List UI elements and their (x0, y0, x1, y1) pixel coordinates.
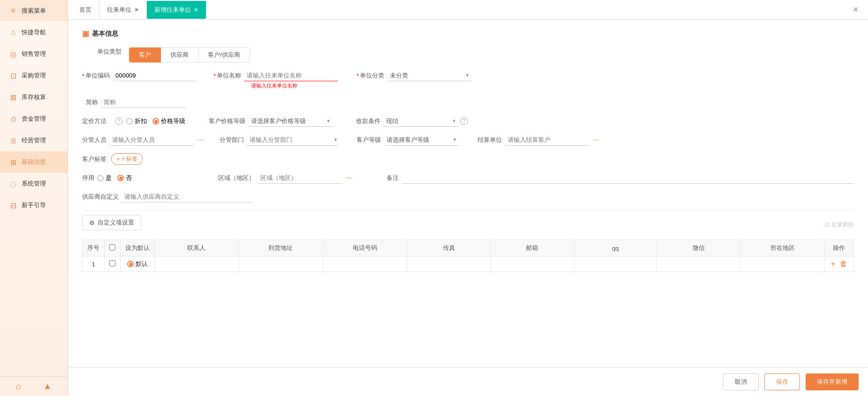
table-header-row: 序号 设为默认 联系人 到货地址 电话号码 传真 邮箱 qq 微信 所在地区 操… (83, 240, 854, 256)
cell-phone[interactable] (323, 256, 407, 272)
sidebar: ≡ 搜索菜单 ⌂ 快捷导航 ◎ 销售管理 ⊡ 采购管理 ⊠ 库存核算 ⊙ 资金管… (0, 0, 68, 396)
close-all-tabs[interactable]: ✕ (847, 5, 864, 14)
department-field: 分管部门 ▼ (220, 134, 338, 146)
manager-more-btn[interactable]: ··· (196, 136, 206, 144)
col-qq: qq (574, 240, 657, 256)
sidebar-item-quick-nav[interactable]: ⌂ 快捷导航 (0, 22, 68, 43)
col-email: 邮箱 (490, 240, 574, 256)
tab-new-partner[interactable]: 新增往来单位 ✕ (147, 1, 206, 19)
col-location: 所在地区 (740, 240, 825, 256)
row-tags: 客户标签 + + 标签 (82, 153, 854, 165)
cell-actions: + 🗑 (824, 256, 853, 272)
type-btn-supplier[interactable]: 供应商 (161, 47, 198, 62)
cell-qq[interactable] (574, 256, 657, 272)
short-name-label: 简称 (86, 98, 98, 107)
cancel-button[interactable]: 取消 (723, 373, 759, 390)
remarks-label: 备注 (387, 174, 399, 182)
payment-terms-select[interactable]: 现结 (383, 116, 458, 126)
batch-delete-icon: ⊡ (825, 221, 830, 228)
cell-address[interactable] (238, 256, 323, 272)
cell-seq: 1 (83, 256, 105, 272)
save-button[interactable]: 保存 (764, 373, 800, 390)
radio-discount[interactable]: 折扣 (126, 117, 147, 125)
settlement-more-btn[interactable]: ··· (591, 136, 601, 144)
save-new-button[interactable]: 保存并新增 (806, 373, 859, 390)
unit-code-label: 单位编码 (85, 71, 110, 80)
home-icon: ⌂ (8, 28, 18, 37)
tags-label: 客户标签 (82, 155, 107, 163)
unit-code-input[interactable] (113, 70, 197, 81)
radio-yes[interactable]: 是 (97, 174, 112, 182)
sidebar-bottom-icon2[interactable]: ▲ (43, 381, 52, 391)
manager-input[interactable] (109, 134, 194, 146)
add-tag-btn[interactable]: + + 标签 (111, 153, 143, 165)
region-more-btn[interactable]: ··· (344, 174, 354, 182)
payment-terms-field: 收款条件 现结 ▼ ? (356, 116, 468, 127)
default-radio[interactable]: 默认 (125, 260, 150, 268)
system-icon: ◌ (8, 179, 18, 188)
customer-level-select[interactable]: 请选择客户等级 (384, 134, 459, 145)
type-btn-customer[interactable]: 客户 (129, 47, 161, 62)
section-title: 基本信息 (92, 30, 118, 38)
sidebar-item-search[interactable]: ≡ 搜索菜单 (0, 0, 68, 22)
batch-delete[interactable]: ⊡ 批量删除 (825, 221, 854, 229)
col-seq: 序号 (83, 240, 105, 256)
customer-price-level-select[interactable]: 请选择客户价格等级 (248, 116, 333, 126)
customer-level-label: 客户等级 (357, 136, 381, 144)
section-icon: ▣ (82, 29, 89, 38)
col-wechat: 微信 (657, 240, 740, 256)
sidebar-item-operations[interactable]: ≣ 经营管理 (0, 130, 68, 151)
finance-icon: ⊙ (8, 114, 18, 124)
unit-category-field: * 单位分类 未分类 ▼ (357, 70, 472, 81)
radio-price-level[interactable]: 价格等级 (152, 117, 185, 125)
select-all-checkbox[interactable] (109, 244, 115, 250)
col-fax: 传真 (407, 240, 491, 256)
sidebar-bottom-icon1[interactable]: ⌂ (16, 381, 21, 391)
row-disabled: 停用 是 否 区域（地区） ··· (82, 172, 854, 184)
radio-no[interactable]: 否 (117, 174, 132, 182)
sidebar-item-base-info[interactable]: ⊞ 基础信息 (0, 151, 68, 173)
remarks-field: 备注 (387, 172, 854, 184)
department-label: 分管部门 (220, 136, 244, 144)
sidebar-item-inventory[interactable]: ⊠ 库存核算 (0, 86, 68, 108)
col-action: 操作 (824, 240, 853, 256)
close-partner-list-tab[interactable]: ✕ (134, 7, 139, 13)
cell-default: 默认 (121, 256, 155, 272)
cell-email[interactable] (490, 256, 574, 272)
add-row-btn[interactable]: + (830, 260, 837, 268)
pricing-method-help[interactable]: ? (115, 117, 122, 125)
cell-wechat[interactable] (657, 256, 740, 272)
sidebar-item-purchase[interactable]: ⊡ 采购管理 (0, 65, 68, 86)
payment-terms-help[interactable]: ? (460, 117, 468, 125)
section-header: ▣ 基本信息 (82, 29, 854, 38)
region-input[interactable] (258, 172, 342, 184)
cell-fax[interactable] (407, 256, 491, 272)
sidebar-item-system[interactable]: ◌ 系统管理 (0, 173, 68, 194)
custom-settings-btn[interactable]: ⚙ 自定义项设置 (82, 215, 141, 230)
sidebar-item-guide[interactable]: ⊟ 新手引导 (0, 194, 68, 216)
main-area: 首页 往来单位 ✕ 新增往来单位 ✕ ✕ ▣ 基本信息 单位类型 客户 供应商 … (68, 0, 868, 396)
cell-checkbox (105, 256, 121, 272)
supplier-custom-input[interactable] (122, 191, 253, 202)
col-contact: 联系人 (155, 240, 239, 256)
row-supplier-custom: 供应商自定义 (82, 191, 854, 202)
type-btn-both[interactable]: 客户/供应商 (198, 47, 250, 62)
row-checkbox[interactable] (109, 260, 115, 266)
settlement-unit-input[interactable] (505, 134, 589, 146)
col-phone: 电话号码 (323, 240, 407, 256)
unit-category-select[interactable]: 未分类 (387, 70, 472, 81)
unit-type-row: 单位类型 客户 供应商 客户/供应商 (82, 47, 854, 62)
short-name-input[interactable] (101, 97, 185, 108)
close-new-partner-tab[interactable]: ✕ (194, 7, 198, 13)
delete-row-btn[interactable]: 🗑 (838, 260, 849, 268)
tab-partner-list[interactable]: 往来单位 ✕ (99, 1, 147, 19)
unit-name-field: * 单位名称 请输入往来单位名称 (213, 70, 338, 89)
unit-name-input[interactable] (244, 70, 338, 81)
cell-contact[interactable] (155, 256, 239, 272)
department-input[interactable] (247, 134, 331, 145)
remarks-input[interactable] (402, 172, 854, 184)
sidebar-item-sales[interactable]: ◎ 销售管理 (0, 43, 68, 65)
sidebar-item-finance[interactable]: ⊙ 资金管理 (0, 108, 68, 130)
cell-location[interactable] (740, 256, 825, 272)
tab-home[interactable]: 首页 (72, 1, 99, 19)
